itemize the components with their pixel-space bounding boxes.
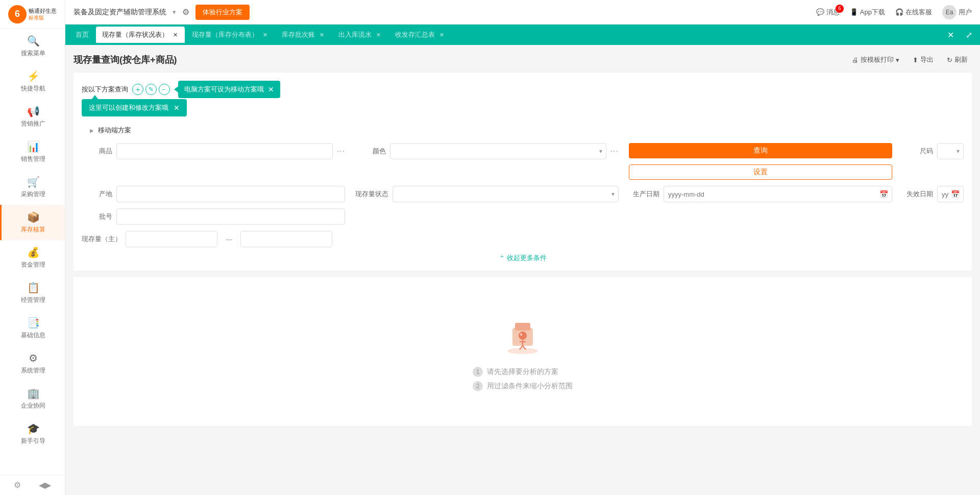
- input-prod-date[interactable]: [664, 186, 892, 202]
- calendar-expiry-icon[interactable]: 📅: [951, 190, 960, 198]
- tab-receive-send[interactable]: 收发存汇总表 ✕: [389, 27, 451, 43]
- tab-close-batch-ledger[interactable]: ✕: [318, 31, 325, 38]
- search-btn-area: 查询 设置: [629, 143, 892, 180]
- prev-scheme-btn[interactable]: ←: [159, 84, 170, 95]
- refresh-icon: ↻: [947, 56, 952, 64]
- online-support-btn[interactable]: 🎧 在线客服: [895, 8, 932, 17]
- filter-row-color: 颜色 ▾ ···: [355, 143, 619, 159]
- sidebar-item-inventory[interactable]: 📦 库存核算: [0, 205, 65, 240]
- settings-btn[interactable]: ⚙: [14, 480, 21, 490]
- label-batch: 批号: [82, 212, 112, 221]
- filter-row-origin: 产地: [82, 186, 345, 202]
- tab-inventory-dist[interactable]: 现存量（库存分布表） ✕: [186, 27, 275, 43]
- scheme-list: ▶ 电脑端方案 ▶ 移动端方案: [82, 104, 964, 139]
- tab-home[interactable]: 首页: [69, 27, 95, 43]
- filter-grid: 商品 ··· 颜色 ▾ ··· 查询 设置: [82, 143, 964, 247]
- tabs-controls: ✕ ⤢: [943, 28, 976, 42]
- refresh-btn[interactable]: ↻ 刷新: [943, 53, 972, 66]
- purchase-icon: 🛒: [27, 176, 40, 188]
- tab-bar: 首页 现存量（库存状况表） ✕ 现存量（库存分布表） ✕ 库存批次账 ✕ 出入库…: [65, 25, 980, 45]
- tooltip-text: 电脑方案可设为移动方案哦: [184, 85, 264, 94]
- header-settings-icon[interactable]: ⚙: [182, 7, 189, 17]
- tab-close-inout-flow[interactable]: ✕: [375, 31, 382, 38]
- input-batch[interactable]: [116, 208, 345, 225]
- select-inventory-status[interactable]: [393, 186, 619, 202]
- scheme-item-mobile[interactable]: ▶ 移动端方案: [82, 122, 964, 139]
- select-color[interactable]: [390, 143, 606, 159]
- sidebar-item-search[interactable]: 🔍 搜索菜单: [0, 29, 65, 64]
- sidebar-item-sales[interactable]: 📊 销售管理: [0, 134, 65, 170]
- empty-illustration: [497, 308, 548, 359]
- filter-panel: 按以下方案查询 + ✎ ← 电脑方案可设为移动方案哦 ✕ ▶: [74, 73, 972, 271]
- collapse-arrow-icon: ⌃: [499, 254, 505, 262]
- sidebar-item-quick[interactable]: ⚡ 快捷导航: [0, 64, 65, 99]
- tab-batch-ledger[interactable]: 库存批次账 ✕: [276, 27, 331, 43]
- filter-row-inventory-status: 现存量状态 ▾: [355, 186, 619, 202]
- avatar: Ea: [942, 5, 957, 19]
- filter-row-inventory-qty: 现存量（主） —: [82, 231, 619, 247]
- collapse-btn[interactable]: ⌃ 收起更多条件: [82, 253, 964, 263]
- phone-icon: 📱: [850, 8, 858, 16]
- scheme-item-desktop[interactable]: ▶ 电脑端方案: [82, 104, 964, 122]
- trial-btn[interactable]: 体验行业方案: [195, 5, 250, 20]
- sidebar-item-guide[interactable]: 🎓 新手引导: [0, 416, 65, 452]
- system-chevron-icon[interactable]: ▾: [173, 8, 176, 16]
- collapse-sidebar-btn[interactable]: ◀▶: [39, 480, 51, 490]
- tab-close-receive-send[interactable]: ✕: [438, 31, 445, 38]
- tab-inout-flow[interactable]: 出入库流水 ✕: [332, 27, 388, 43]
- search-btn[interactable]: 查询: [629, 143, 892, 158]
- edit-tooltip-close[interactable]: ✕: [174, 104, 180, 112]
- user-profile-btn[interactable]: Ea 用户: [942, 5, 972, 19]
- sidebar-item-operation[interactable]: 📋 经营管理: [0, 275, 65, 311]
- reset-btn[interactable]: 设置: [629, 164, 892, 180]
- print-chevron-icon: ▾: [896, 56, 899, 64]
- tab-close-inventory-status[interactable]: ✕: [172, 31, 179, 38]
- label-size: 尺码: [902, 147, 933, 156]
- tab-close-inventory-dist[interactable]: ✕: [261, 31, 268, 38]
- tab-inventory-status[interactable]: 现存量（库存状况表） ✕: [96, 27, 185, 43]
- calendar-prod-icon[interactable]: 📅: [879, 190, 888, 198]
- color-more-icon[interactable]: ···: [610, 147, 619, 156]
- page-title: 现存量查询(按仓库+商品): [74, 54, 177, 66]
- select-size[interactable]: [937, 143, 964, 159]
- sidebar-item-enterprise[interactable]: 🏢 企业协同: [0, 381, 65, 416]
- print-btn[interactable]: 🖨 按模板打印 ▾: [848, 53, 903, 66]
- sidebar-item-finance[interactable]: 💰 资金管理: [0, 240, 65, 275]
- filter-row-expiry-date: 失效日期 📅: [902, 186, 964, 202]
- header: 装备及固定资产辅助管理系统 ▾ ⚙ 体验行业方案 💬 消息 6 📱 App下载 …: [65, 0, 980, 25]
- input-origin[interactable]: [116, 186, 345, 202]
- finance-icon: 💰: [27, 246, 40, 258]
- input-inventory-qty-from[interactable]: [126, 231, 217, 247]
- label-inventory-status: 现存量状态: [355, 190, 388, 199]
- input-inventory-qty-to[interactable]: [240, 231, 332, 247]
- expand-btn[interactable]: ⤢: [962, 28, 976, 42]
- add-scheme-btn[interactable]: +: [132, 84, 143, 95]
- sidebar-item-basic[interactable]: 📑 基础信息: [0, 311, 65, 346]
- edit-scheme-btn[interactable]: ✎: [145, 84, 157, 95]
- search-icon: 🔍: [27, 35, 40, 47]
- input-expiry-date[interactable]: [937, 186, 964, 202]
- date-expiry-wrap: 📅: [937, 186, 964, 202]
- guide-icon: 🎓: [27, 422, 40, 435]
- page-actions: 🖨 按模板打印 ▾ ⬆ 导出 ↻ 刷新: [848, 53, 972, 66]
- range-separator: —: [226, 235, 232, 243]
- filter-row-goods: 商品 ···: [82, 143, 345, 159]
- header-left: 装备及固定资产辅助管理系统 ▾ ⚙ 体验行业方案: [74, 5, 250, 20]
- sidebar-item-system[interactable]: ⚙ 系统管理: [0, 346, 65, 381]
- scheme-tooltip-close[interactable]: ✕: [268, 86, 274, 93]
- export-btn[interactable]: ⬆ 导出: [909, 53, 938, 66]
- sidebar-bottom: ⚙ ◀▶: [0, 475, 65, 495]
- date-prod-wrap: 📅: [664, 186, 892, 202]
- message-btn[interactable]: 💬 消息 6: [816, 8, 840, 17]
- input-goods[interactable]: [116, 143, 333, 159]
- filter-row-size: 尺码 ▾: [902, 143, 964, 159]
- sidebar-item-purchase[interactable]: 🛒 采购管理: [0, 170, 65, 205]
- app-download-btn[interactable]: 📱 App下载: [850, 8, 885, 17]
- sidebar-item-marketing[interactable]: 📢 营销推广: [0, 99, 65, 134]
- close-tab-btn[interactable]: ✕: [943, 28, 958, 42]
- marketing-icon: 📢: [27, 105, 40, 117]
- scheme-area: ▶ 电脑端方案 ▶ 移动端方案 这里可以创建和修改方案哦 ✕: [82, 104, 964, 139]
- label-inventory-qty: 现存量（主）: [82, 234, 121, 244]
- goods-more-icon[interactable]: ···: [337, 147, 345, 156]
- page-header: 现存量查询(按仓库+商品) 🖨 按模板打印 ▾ ⬆ 导出 ↻ 刷新: [74, 53, 972, 66]
